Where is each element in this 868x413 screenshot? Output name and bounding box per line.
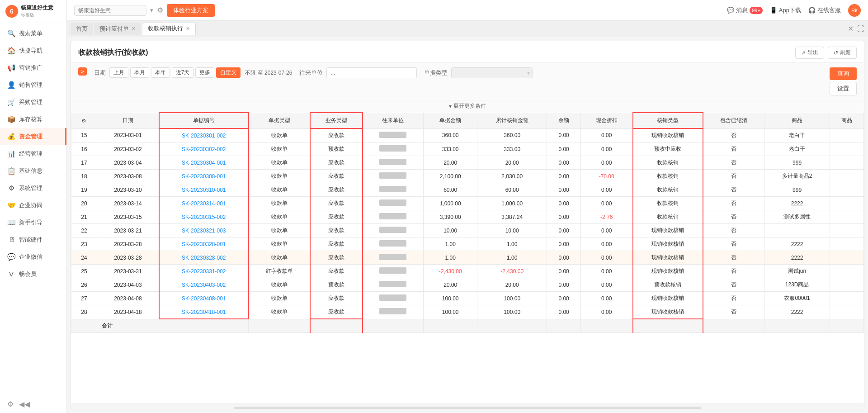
- cell-goods2: [830, 278, 864, 292]
- tab-prepay-close[interactable]: ✕: [132, 26, 136, 32]
- sidebar-item-guide[interactable]: 📖 新手引导: [0, 214, 66, 231]
- doc-no-link[interactable]: SK-20230418-001: [182, 309, 226, 315]
- page-title: 收款核销执行(按收款): [78, 48, 148, 57]
- industry-solution-button[interactable]: 体验行业方案: [167, 4, 215, 17]
- filter-7days-button[interactable]: 近7天: [172, 67, 194, 78]
- query-button[interactable]: 查询: [830, 67, 857, 80]
- home-icon: 🏠: [7, 47, 15, 55]
- sidebar-item-purchase[interactable]: 🛒 采购管理: [0, 94, 66, 111]
- doc-no-link[interactable]: SK-20230304-001: [182, 160, 226, 166]
- sidebar-item-operation[interactable]: 📊 经营管理: [0, 145, 66, 162]
- doc-no-link[interactable]: SK-20230315-002: [182, 214, 226, 220]
- cell-nuke-type: 现销收款核销: [633, 265, 703, 278]
- sidebar-item-enterprise[interactable]: 🤝 企业协同: [0, 197, 66, 214]
- sidebar-item-search[interactable]: 🔍 搜索菜单: [0, 25, 66, 42]
- cell-counterpart: [363, 170, 424, 183]
- refresh-button[interactable]: ↺ 刷新: [828, 47, 857, 59]
- bottom-scrollbar[interactable]: [71, 404, 864, 409]
- cell-doc-type: 收款单: [249, 183, 310, 197]
- doc-no-link[interactable]: SK-20230328-002: [182, 255, 226, 261]
- cell-nuke-type: 现销收款核销: [633, 251, 703, 265]
- tab-maximize-button[interactable]: ⛶: [857, 25, 864, 33]
- user-avatar[interactable]: Rit: [848, 4, 861, 17]
- gear-icon: ⚙: [7, 184, 15, 192]
- cell-goods2: [830, 183, 864, 197]
- sidebar-nav: 🔍 搜索菜单 🏠 快捷导航 📢 营销推广 👤 销售管理 🛒 采购管理 📦 库存核…: [0, 23, 66, 395]
- cell-cash-discount: 0.00: [580, 142, 632, 156]
- sidebar-item-basic[interactable]: 📋 基础信息: [0, 162, 66, 180]
- cell-goods2: [830, 170, 864, 183]
- settings-col-icon[interactable]: ⚙: [81, 118, 86, 124]
- sidebar-item-hardware[interactable]: 🖥 智能硬件: [0, 231, 66, 248]
- cell-no: 24: [71, 251, 97, 265]
- doc-no-link[interactable]: SK-20230314-001: [182, 200, 226, 207]
- filter-toggle-button[interactable]: »: [78, 67, 87, 76]
- counterpart-input[interactable]: [326, 67, 417, 78]
- doc-no-link[interactable]: SK-20230321-003: [182, 228, 226, 234]
- doc-no-link[interactable]: SK-20230310-001: [182, 187, 226, 193]
- settings-footer-icon[interactable]: ⚙: [7, 400, 14, 408]
- dropdown-arrow-icon[interactable]: ▾: [150, 7, 153, 14]
- filter-this-year-button[interactable]: 本年: [151, 67, 170, 78]
- sidebar-item-marketing[interactable]: 📢 营销推广: [0, 59, 66, 76]
- cell-balance: 0.00: [547, 305, 581, 319]
- filter-this-month-button[interactable]: 本月: [130, 67, 149, 78]
- doc-type-select[interactable]: [451, 67, 533, 78]
- cell-goods: [764, 224, 830, 237]
- message-button[interactable]: 💬 消息 99+: [727, 6, 763, 14]
- doc-no-link[interactable]: SK-20230408-001: [182, 295, 226, 302]
- doc-no-link[interactable]: SK-20230328-001: [182, 241, 226, 247]
- settings-header-icon[interactable]: ⚙: [157, 6, 163, 14]
- cell-biz-type: 应收款: [310, 265, 363, 278]
- cell-nuke-type: 现销收款核销: [633, 128, 703, 142]
- settings-button[interactable]: 设置: [830, 82, 857, 95]
- tab-close-all-button[interactable]: ✕: [848, 24, 854, 33]
- cell-date: 2023-03-08: [97, 170, 159, 183]
- doc-no-link[interactable]: SK-20230308-001: [182, 173, 226, 180]
- expand-more-bar[interactable]: ▾ 展开更多条件: [71, 100, 864, 112]
- cell-doc-no: SK-20230408-001: [159, 292, 249, 305]
- doc-no-link[interactable]: SK-20230331-002: [182, 268, 226, 275]
- table-row: 172023-03-04SK-20230304-001收款单应收款20.0020…: [71, 156, 864, 170]
- sidebar-item-sales[interactable]: 👤 销售管理: [0, 76, 66, 94]
- cell-nuke-type: 预收中应收: [633, 142, 703, 156]
- sidebar-item-quicknav[interactable]: 🏠 快捷导航: [0, 42, 66, 59]
- filter-last-month-button[interactable]: 上月: [109, 67, 128, 78]
- export-button[interactable]: ↗ 导出: [795, 47, 824, 59]
- doc-no-link[interactable]: SK-20230301-002: [182, 133, 226, 139]
- cell-biz-type: 应收款: [310, 197, 363, 210]
- cell-balance: 0.00: [547, 183, 581, 197]
- filter-more-button[interactable]: 更多: [195, 67, 214, 78]
- sidebar-item-wechat[interactable]: 💬 企业微信: [0, 248, 66, 266]
- tab-collection-close[interactable]: ✕: [186, 26, 190, 32]
- sidebar-item-system[interactable]: ⚙ 系统管理: [0, 180, 66, 197]
- cell-amount: 1.00: [424, 251, 477, 265]
- cell-doc-type: 收款单: [249, 170, 310, 183]
- cell-date: 2023-03-28: [97, 237, 159, 251]
- online-service-button[interactable]: 🎧 在线客服: [808, 6, 841, 14]
- cell-date: 2023-04-08: [97, 292, 159, 305]
- top-header: ▾ ⚙ 体验行业方案 💬 消息 99+ 📱 App下载 🎧 在线客服 Rit: [67, 0, 868, 21]
- page-container: 收款核销执行(按收款) ↗ 导出 ↺ 刷新 » 日期 上月 本月 本: [71, 41, 864, 409]
- filter-custom-button[interactable]: 自定义: [216, 67, 241, 78]
- app-download-button[interactable]: 📱 App下载: [770, 6, 801, 14]
- sidebar-item-finance[interactable]: 💰 资金管理: [0, 128, 66, 145]
- cell-goods: 999: [764, 156, 830, 170]
- col-settings[interactable]: ⚙: [71, 113, 97, 128]
- tab-home[interactable]: 首页: [71, 23, 93, 35]
- tab-collection[interactable]: 收款核销执行 ✕: [142, 23, 196, 35]
- col-goods: 商品: [764, 113, 830, 128]
- cell-goods2: [830, 265, 864, 278]
- doc-no-link[interactable]: SK-20230302-002: [182, 146, 226, 152]
- sidebar-footer: ⚙ ◀◀: [0, 395, 66, 413]
- cell-balance: 0.00: [547, 142, 581, 156]
- tab-prepay[interactable]: 预计应付单 ✕: [94, 23, 141, 35]
- doc-no-link[interactable]: SK-20230403-002: [182, 282, 226, 288]
- sidebar-item-inventory[interactable]: 📦 库存核算: [0, 111, 66, 128]
- breadcrumb-input[interactable]: [74, 5, 146, 16]
- sidebar-item-member[interactable]: V 畅会员: [0, 266, 66, 283]
- cell-goods2: [830, 305, 864, 319]
- finance-icon: 💰: [7, 133, 15, 141]
- collapse-icon[interactable]: ◀◀: [19, 400, 30, 408]
- cell-amount: -2,430.00: [424, 265, 477, 278]
